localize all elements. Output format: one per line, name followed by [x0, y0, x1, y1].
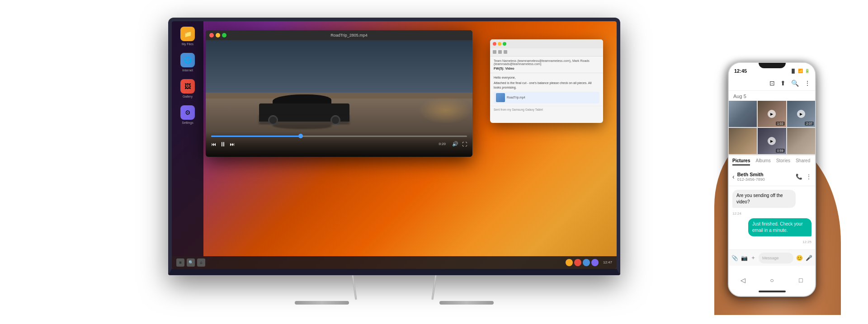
tv-taskbar: ≡ 🔍 ⌂ 12:47 [172, 256, 617, 269]
sidebar-item-myfiles[interactable]: 📁 My Files [180, 27, 195, 46]
phone-status-icons: ▐▌ 📶 🔋 [790, 69, 810, 73]
wifi-icon: 📶 [798, 69, 803, 73]
stand-legs [168, 275, 620, 300]
email-toolbar [490, 48, 603, 56]
progress-dot [298, 134, 303, 138]
phone-hand-container: 12:45 ▐▌ 📶 🔋 ⊡ ⬆ 🔍 ⋮ Aug 5 [723, 62, 832, 315]
phone-power-button[interactable] [815, 99, 816, 115]
duration-2: 1:02 [776, 122, 785, 126]
battery-icon: 🔋 [805, 69, 810, 73]
forward-button[interactable]: ⏭ [230, 141, 235, 147]
tv-frame: 📁 My Files 🌐 Internet 🖼 Gallery ⚙ Settin… [168, 18, 620, 275]
select-icon[interactable]: ⊡ [769, 80, 775, 87]
video-content: ⏮ ⏸ ⏭ 0:20 🔊 ⛶ [206, 40, 472, 157]
email-toolbar-icon-3 [504, 50, 507, 54]
rewind-button[interactable]: ⏮ [211, 141, 216, 147]
photo-cell-5[interactable]: ▶ 0:59 [758, 128, 786, 154]
email-body: Hello everyone, Attached is the final cu… [490, 73, 603, 106]
sidebar-item-settings[interactable]: ⚙ Settings [180, 105, 195, 124]
sidebar-item-internet[interactable]: 🌐 Internet [180, 53, 195, 72]
fullscreen-button[interactable]: ⛶ [462, 141, 467, 147]
stand-base-left [295, 301, 349, 305]
tv-sidebar: 📁 My Files 🌐 Internet 🖼 Gallery ⚙ Settin… [172, 21, 203, 256]
play-icon-2: ▶ [768, 110, 776, 118]
photo-cell-1[interactable] [729, 101, 757, 127]
tab-stories[interactable]: Stories [776, 158, 790, 165]
settings-label: Settings [182, 121, 193, 124]
add-button[interactable]: ＋ [750, 254, 756, 262]
email-attachment[interactable]: RoadTrip.mp4 [494, 92, 599, 103]
volume-button[interactable]: 🔊 [452, 141, 458, 147]
taskbar-home-icon[interactable]: ⌂ [197, 258, 205, 267]
email-greeting: Hello everyone, [494, 75, 599, 80]
nav-recents-icon[interactable]: □ [796, 276, 805, 285]
tab-albums[interactable]: Albums [755, 158, 770, 165]
taskbar-dot-3 [583, 259, 590, 266]
messaging-screen: ‹ Beth Smith 012-3456-7890 📞 ⋮ [729, 167, 815, 266]
more-icon[interactable]: ⋮ [806, 174, 811, 180]
attachment-name: RoadTrip.mp4 [507, 96, 525, 99]
email-maximize-button[interactable] [503, 42, 506, 46]
back-button[interactable]: ‹ [732, 173, 735, 180]
taskbar-menu-icon[interactable]: ≡ [176, 258, 184, 267]
taskbar-search-icon[interactable]: 🔍 [187, 258, 195, 267]
video-player-window[interactable]: RoadTrip_2805.mp4 [206, 30, 472, 157]
gallery-tabs: Pictures Albums Stories Shared [729, 155, 815, 167]
photo-cell-4[interactable] [729, 128, 757, 154]
photo-cell-2[interactable]: ▶ 1:02 [758, 101, 786, 127]
phone-notch [759, 63, 786, 68]
taskbar-dot-1 [566, 259, 573, 266]
email-titlebar-buttons [493, 42, 506, 46]
message-body: Are you sending off the video? 12:24 Jus… [729, 186, 815, 249]
tv-screen: 📁 My Files 🌐 Internet 🖼 Gallery ⚙ Settin… [172, 21, 617, 269]
share-icon[interactable]: ⬆ [780, 80, 786, 87]
call-icon[interactable]: 📞 [796, 174, 802, 180]
message-input-bar: 📎 📷 ＋ Message 😊 🎤 [729, 249, 815, 266]
video-controls[interactable]: ⏮ ⏸ ⏭ 0:20 🔊 ⛶ [206, 132, 472, 157]
camera-button[interactable]: 📷 [741, 255, 748, 261]
taskbar-dot-2 [574, 259, 581, 266]
phone-home-bar [759, 291, 786, 292]
tab-pictures[interactable]: Pictures [732, 158, 750, 165]
internet-icon: 🌐 [180, 53, 195, 67]
scene: 📁 My Files 🌐 Internet 🖼 Gallery ⚙ Settin… [0, 0, 868, 324]
car-reflection-body [259, 115, 349, 124]
more-options-icon[interactable]: ⋮ [804, 80, 811, 87]
nav-home-icon[interactable]: ○ [767, 276, 776, 285]
email-toolbar-icon-2 [498, 50, 502, 54]
email-header: Team Nameless (teamnameless@teamnameless… [490, 56, 603, 73]
contact-number: 012-3456-7890 [737, 177, 793, 182]
email-minimize-button[interactable] [498, 42, 501, 46]
close-button[interactable] [209, 33, 214, 38]
minimize-button[interactable] [216, 33, 220, 38]
mic-icon[interactable]: 🎤 [806, 255, 812, 261]
email-titlebar [490, 39, 603, 48]
email-close-button[interactable] [493, 42, 496, 46]
dust-cloud [418, 97, 472, 124]
message-header-actions: 📞 ⋮ [796, 174, 811, 180]
contact-info: Beth Smith 012-3456-7890 [737, 172, 793, 182]
nav-back-icon[interactable]: ◁ [739, 276, 748, 285]
gallery-label: Gallery [183, 95, 193, 98]
taskbar-dot-4 [591, 259, 599, 266]
play-pause-button[interactable]: ⏸ [220, 141, 226, 148]
message-bubbles: Are you sending off the video? 12:24 Jus… [732, 190, 811, 246]
message-input[interactable]: Message [759, 253, 793, 263]
tab-shared[interactable]: Shared [796, 158, 810, 165]
attachment-button[interactable]: 📎 [731, 255, 738, 261]
sidebar-item-gallery[interactable]: 🖼 Gallery [180, 79, 195, 98]
maximize-button[interactable] [222, 33, 226, 38]
sticker-icon[interactable]: 😊 [796, 255, 803, 261]
progress-bar[interactable] [211, 136, 467, 137]
duration-3: 2:07 [805, 122, 814, 126]
email-window[interactable]: Team Nameless (teamnameless@teamnameless… [490, 39, 603, 123]
phone-device: 12:45 ▐▌ 📶 🔋 ⊡ ⬆ 🔍 ⋮ Aug 5 [728, 62, 816, 297]
email-footer: Sent from my Samsung Galaxy Tablet [490, 106, 603, 113]
stand-base-right [439, 301, 494, 305]
photo-cell-3[interactable]: ▶ 2:07 [787, 101, 815, 127]
email-toolbar-icon-1 [493, 50, 496, 54]
photo-grid: ▶ 1:02 ▶ 2:07 ▶ 0:59 [729, 101, 815, 155]
incoming-message: Are you sending off the video? [732, 190, 796, 208]
photo-cell-6[interactable] [787, 128, 815, 154]
search-icon[interactable]: 🔍 [791, 80, 799, 87]
